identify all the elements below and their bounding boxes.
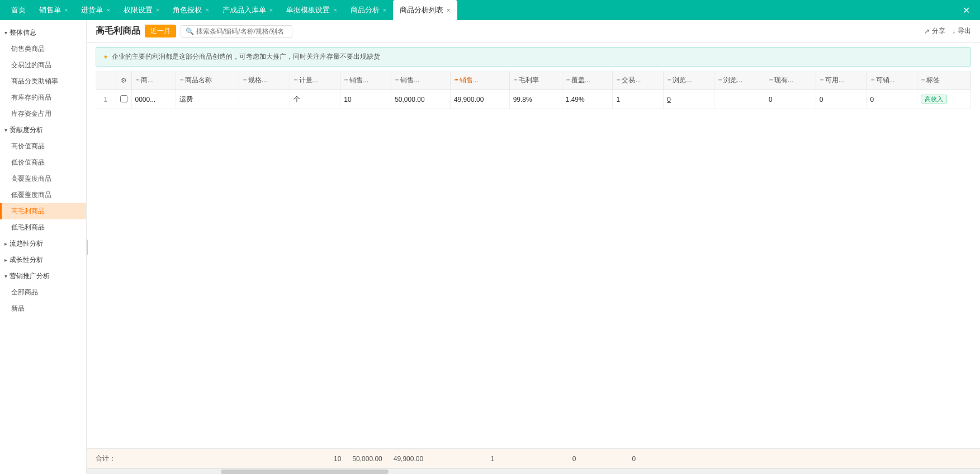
time-filter-button[interactable]: 近一月 (145, 25, 176, 37)
nav-close-商品分析列表[interactable]: × (447, 7, 450, 13)
table-cell-browse2 (714, 90, 765, 109)
main-container: ▾整体信息销售类商品交易过的商品商品分类助销率有库存的商品库存资金占用▾贡献度分… (0, 20, 980, 474)
th-tag[interactable]: ≑标签 (917, 71, 971, 90)
sidebar-item-低毛利商品[interactable]: 低毛利商品 (0, 219, 86, 236)
th-sellable[interactable]: ≑可销... (867, 71, 917, 90)
sidebar-item-有库存的商品[interactable]: 有库存的商品 (0, 90, 86, 106)
table-cell-unit: 个 (290, 90, 340, 109)
table-cell-current: 0 (765, 90, 816, 109)
footer-current: 0 (572, 455, 576, 463)
nav-item-首页[interactable]: 首页 (4, 0, 32, 20)
sidebar-item-新品[interactable]: 新品 (0, 301, 86, 317)
table-cell-saleAmount: 50,000.00 (391, 90, 451, 109)
nav-item-商品分析[interactable]: 商品分析× (344, 0, 393, 20)
th-browse2[interactable]: ≑浏览... (714, 71, 765, 90)
th-transaction[interactable]: ≑交易... (613, 71, 664, 90)
nav-item-进货单[interactable]: 进货单× (74, 0, 116, 20)
th-coverage[interactable]: ≑覆盖... (562, 71, 613, 90)
th-code[interactable]: ≑商... (131, 71, 176, 90)
share-button[interactable]: ↗ 分享 (924, 26, 945, 36)
nav-item-商品分析列表[interactable]: 商品分析列表× (393, 0, 457, 20)
table-container: ⚙ ≑商... ≑商品名称 ≑规格... ≑计量... ≑销售... ≑销售..… (96, 71, 971, 448)
sidebar-collapse-button[interactable]: 《 (87, 239, 88, 256)
sidebar-item-库存资金占用[interactable]: 库存资金占用 (0, 106, 86, 122)
group-arrow-icon: ▸ (4, 241, 7, 247)
page-title: 高毛利商品 (96, 25, 140, 37)
info-text: 企业的主要的利润都是这部分商品创造的，可考虑加大推广，同时关注库存量不要出现缺货 (112, 52, 380, 62)
th-sale-amount[interactable]: ≑销售... (391, 71, 451, 90)
table-cell-transaction: 1 (613, 90, 664, 109)
group-label-text: 整体信息 (10, 28, 36, 37)
sidebar: ▾整体信息销售类商品交易过的商品商品分类助销率有库存的商品库存资金占用▾贡献度分… (0, 20, 87, 474)
data-table: ⚙ ≑商... ≑商品名称 ≑规格... ≑计量... ≑销售... ≑销售..… (96, 71, 971, 109)
sidebar-item-商品分类助销率[interactable]: 商品分类助销率 (0, 73, 86, 90)
table-cell-sellable: 0 (867, 90, 917, 109)
th-sale-qty[interactable]: ≑销售... (340, 71, 391, 90)
group-label-text: 贡献度分析 (10, 125, 43, 135)
search-box[interactable]: 🔍 (181, 25, 292, 37)
table-cell-browse1[interactable]: 0 (664, 90, 714, 109)
nav-close-商品分析[interactable]: × (383, 7, 386, 13)
th-name[interactable]: ≑商品名称 (176, 71, 239, 90)
info-icon: ✦ (103, 53, 108, 61)
table-cell-check[interactable] (116, 90, 131, 109)
sidebar-item-高毛利商品[interactable]: 高毛利商品 (0, 203, 86, 219)
sidebar-item-低价值商品[interactable]: 低价值商品 (0, 154, 86, 171)
nav-item-权限设置[interactable]: 权限设置× (117, 0, 166, 20)
nav-item-销售单[interactable]: 销售单× (32, 0, 74, 20)
sidebar-item-交易过的商品[interactable]: 交易过的商品 (0, 57, 86, 73)
table-header-row: ⚙ ≑商... ≑商品名称 ≑规格... ≑计量... ≑销售... ≑销售..… (96, 71, 971, 90)
nav-close-产成品入库单[interactable]: × (269, 7, 273, 13)
settings-icon[interactable]: ⚙ (121, 77, 127, 85)
nav-item-产成品入库单[interactable]: 产成品入库单× (216, 0, 280, 20)
nav-close-权限设置[interactable]: × (156, 7, 159, 13)
th-unit[interactable]: ≑计量... (290, 71, 340, 90)
table-cell-tag: 高收入 (917, 90, 971, 109)
export-button[interactable]: ↓ 导出 (952, 26, 971, 36)
top-nav: 首页销售单×进货单×权限设置×角色授权×产成品入库单×单据模板设置×商品分析×商… (0, 0, 980, 20)
sidebar-group-营销推广分析[interactable]: ▾营销推广分析 (0, 268, 86, 284)
nav-close-单据模板设置[interactable]: × (333, 7, 337, 13)
nav-item-角色授权[interactable]: 角色授权× (166, 0, 215, 20)
scroll-thumb[interactable] (221, 470, 389, 474)
group-arrow-icon: ▸ (4, 257, 7, 263)
table-cell-code: 0000... (131, 90, 176, 109)
footer-sale-qty: 10 (334, 455, 341, 463)
sidebar-item-销售类商品[interactable]: 销售类商品 (0, 41, 86, 57)
group-label-text: 成长性分析 (10, 255, 43, 265)
footer-label: 合计： (96, 454, 116, 463)
content-header: 高毛利商品 近一月 🔍 ↗ 分享 ↓ 导出 (87, 20, 980, 43)
nav-close-进货单[interactable]: × (106, 7, 110, 13)
horizontal-scrollbar[interactable] (87, 468, 980, 474)
table-cell-saleCost: 49,900.00 (450, 90, 509, 109)
table-cell-saleQty: 10 (340, 90, 391, 109)
nav-item-单据模板设置[interactable]: 单据模板设置× (280, 0, 343, 20)
nav-close-销售单[interactable]: × (64, 7, 68, 13)
group-arrow-icon: ▾ (4, 127, 7, 133)
table-row: 10000...运费个1050,000.0049,900.0099.8%1.49… (96, 90, 971, 109)
sidebar-group-整体信息[interactable]: ▾整体信息 (0, 25, 86, 41)
th-spec[interactable]: ≑规格... (239, 71, 290, 90)
th-current[interactable]: ≑现有... (765, 71, 816, 90)
nav-close-角色授权[interactable]: × (205, 7, 209, 13)
sidebar-group-成长性分析[interactable]: ▸成长性分析 (0, 252, 86, 268)
th-sale-cost[interactable]: ≑销售... (450, 71, 509, 90)
sidebar-item-全部商品[interactable]: 全部商品 (0, 284, 86, 301)
th-gross-margin[interactable]: ≑毛利率 (509, 71, 562, 90)
group-label-text: 流趋性分析 (10, 239, 43, 248)
footer-bar: 合计： 10 50,000.00 49,900.00 1 0 0 (87, 448, 980, 468)
th-available[interactable]: ≑可用... (816, 71, 867, 90)
sidebar-item-高覆盖度商品[interactable]: 高覆盖度商品 (0, 171, 86, 187)
sidebar-item-高价值商品[interactable]: 高价值商品 (0, 138, 86, 154)
search-input[interactable] (196, 27, 286, 35)
sidebar-group-流趋性分析[interactable]: ▸流趋性分析 (0, 236, 86, 252)
table-cell-num: 1 (96, 90, 116, 109)
sidebar-group-贡献度分析[interactable]: ▾贡献度分析 (0, 122, 86, 138)
sidebar-item-低覆盖度商品[interactable]: 低覆盖度商品 (0, 187, 86, 203)
group-label-text: 营销推广分析 (10, 271, 50, 281)
table-cell-available: 0 (816, 90, 867, 109)
th-browse1[interactable]: ≑浏览... (664, 71, 714, 90)
th-num (96, 71, 116, 90)
close-window-button[interactable]: ✕ (957, 5, 976, 16)
footer-transaction: 1 (490, 455, 494, 463)
